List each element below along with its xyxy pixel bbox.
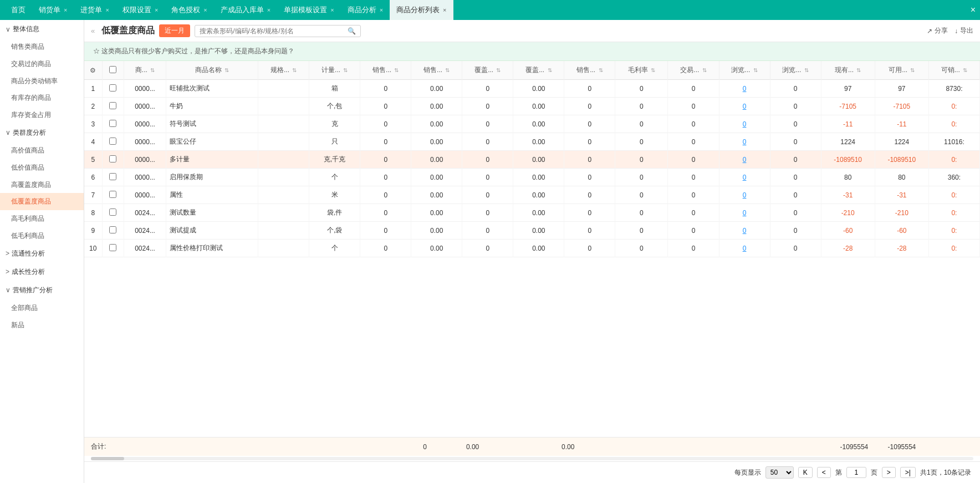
sidebar-section-growth[interactable]: > 成长性分析 bbox=[0, 263, 84, 281]
sidebar-item-new-products[interactable]: 新品 bbox=[0, 317, 84, 334]
nav-sales-order[interactable]: 销货单 × bbox=[32, 0, 74, 20]
td-browse1[interactable]: 0 bbox=[719, 151, 770, 169]
th-transaction[interactable]: 交易... ⇅ bbox=[668, 61, 719, 80]
td-cov1: 0 bbox=[462, 204, 513, 222]
th-name[interactable]: 商品名称 ⇅ bbox=[166, 61, 258, 80]
nav-permission-settings[interactable]: 权限设置 × bbox=[116, 0, 165, 20]
row-checkbox[interactable] bbox=[109, 155, 116, 162]
th-browse2[interactable]: 浏览... ⇅ bbox=[770, 61, 821, 80]
th-sellable[interactable]: 可销... ⇅ bbox=[928, 61, 979, 80]
row-checkbox[interactable] bbox=[109, 191, 116, 198]
sidebar-item-traded-products[interactable]: 交易过的商品 bbox=[0, 55, 84, 73]
horizontal-scrollbar[interactable] bbox=[84, 456, 980, 461]
first-page-button[interactable]: K bbox=[798, 467, 813, 478]
sidebar-section-cluster[interactable]: ∨ 类群度分析 bbox=[0, 124, 84, 142]
row-checkbox[interactable] bbox=[109, 173, 116, 180]
nav-home[interactable]: 首页 bbox=[4, 0, 32, 20]
nav-finished-goods[interactable]: 产成品入库单 × bbox=[214, 0, 277, 20]
sidebar-item-category-turnover[interactable]: 商品分类动销率 bbox=[0, 73, 84, 90]
nav-product-analysis-list[interactable]: 商品分析列表 × bbox=[390, 0, 453, 20]
nav-template-settings[interactable]: 单据模板设置 × bbox=[277, 0, 340, 20]
th-unit[interactable]: 计量... ⇅ bbox=[309, 61, 360, 80]
sidebar-section-liquidity[interactable]: > 流通性分析 bbox=[0, 245, 84, 263]
close-icon[interactable]: × bbox=[330, 7, 334, 13]
th-code[interactable]: 商... ⇅ bbox=[124, 61, 166, 80]
select-all-checkbox[interactable] bbox=[109, 66, 116, 73]
last-page-button[interactable]: >| bbox=[900, 467, 916, 478]
td-checkbox[interactable] bbox=[102, 240, 124, 257]
td-browse1[interactable]: 0 bbox=[719, 169, 770, 186]
sidebar-item-sales-products[interactable]: 销售类商品 bbox=[0, 38, 84, 55]
close-icon[interactable]: × bbox=[155, 7, 158, 13]
close-icon[interactable]: × bbox=[105, 7, 109, 13]
search-input[interactable] bbox=[200, 27, 348, 35]
th-coverage1[interactable]: 覆盖... ⇅ bbox=[462, 61, 513, 80]
close-icon[interactable]: × bbox=[380, 7, 383, 13]
th-spec[interactable]: 规格... ⇅ bbox=[258, 61, 309, 80]
td-checkbox[interactable] bbox=[102, 151, 124, 169]
th-sales3[interactable]: 销售... ⇅ bbox=[564, 61, 615, 80]
row-checkbox[interactable] bbox=[109, 209, 116, 216]
sidebar-section-overall[interactable]: ∨ 整体信息 bbox=[0, 20, 84, 38]
row-checkbox[interactable] bbox=[109, 244, 116, 251]
td-browse1[interactable]: 0 bbox=[719, 204, 770, 222]
page-number-input[interactable] bbox=[846, 467, 866, 478]
td-browse1[interactable]: 0 bbox=[719, 115, 770, 133]
td-browse1[interactable]: 0 bbox=[719, 222, 770, 240]
nav-role-auth[interactable]: 角色授权 × bbox=[165, 0, 213, 20]
th-current-stock[interactable]: 现有... ⇅ bbox=[821, 61, 875, 80]
sidebar-collapse-button[interactable]: « bbox=[91, 27, 95, 35]
close-icon[interactable]: × bbox=[443, 7, 446, 13]
th-settings[interactable]: ⚙ bbox=[84, 61, 102, 80]
th-sales-amt[interactable]: 销售... ⇅ bbox=[411, 61, 462, 80]
export-button[interactable]: ↓ 导出 bbox=[955, 26, 973, 35]
td-browse1[interactable]: 0 bbox=[719, 240, 770, 257]
th-coverage2[interactable]: 覆盖... ⇅ bbox=[513, 61, 564, 80]
td-checkbox[interactable] bbox=[102, 222, 124, 240]
prev-page-button[interactable]: < bbox=[817, 467, 831, 478]
nav-product-analysis[interactable]: 商品分析 × bbox=[341, 0, 390, 20]
td-checkbox[interactable] bbox=[102, 98, 124, 115]
sidebar-item-high-coverage[interactable]: 高覆盖度商品 bbox=[0, 176, 84, 194]
td-checkbox[interactable] bbox=[102, 204, 124, 222]
th-browse1[interactable]: 浏览... ⇅ bbox=[719, 61, 770, 80]
nav-purchase-order[interactable]: 进货单 × bbox=[74, 0, 115, 20]
row-checkbox[interactable] bbox=[109, 120, 116, 127]
sidebar-item-inventory-capital[interactable]: 库存资金占用 bbox=[0, 106, 84, 124]
close-all-tabs-button[interactable]: × bbox=[971, 5, 976, 15]
td-checkbox[interactable] bbox=[102, 115, 124, 133]
sidebar-item-low-margin[interactable]: 低毛利商品 bbox=[0, 227, 84, 245]
th-gross-margin[interactable]: 毛利率 ⇅ bbox=[615, 61, 668, 80]
td-browse1[interactable]: 0 bbox=[719, 98, 770, 115]
next-page-button[interactable]: > bbox=[882, 467, 896, 478]
sidebar-item-high-margin[interactable]: 高毛利商品 bbox=[0, 210, 84, 227]
row-checkbox[interactable] bbox=[109, 226, 116, 233]
table-wrapper[interactable]: ⚙ 商... ⇅ 商品名称 ⇅ 规格... ⇅ 计量... ⇅ 销售... ⇅ … bbox=[84, 61, 980, 437]
td-checkbox[interactable] bbox=[102, 80, 124, 98]
sidebar-item-all-products[interactable]: 全部商品 bbox=[0, 299, 84, 317]
close-icon[interactable]: × bbox=[64, 7, 67, 13]
th-sales-qty[interactable]: 销售... ⇅ bbox=[360, 61, 411, 80]
row-checkbox[interactable] bbox=[109, 102, 116, 109]
td-browse1[interactable]: 0 bbox=[719, 186, 770, 204]
sidebar-item-low-value[interactable]: 低价值商品 bbox=[0, 159, 84, 176]
td-browse1[interactable]: 0 bbox=[719, 80, 770, 98]
row-checkbox[interactable] bbox=[109, 84, 116, 91]
td-checkbox[interactable] bbox=[102, 186, 124, 204]
share-button[interactable]: ↗ 分享 bbox=[927, 26, 948, 35]
close-icon[interactable]: × bbox=[267, 7, 270, 13]
td-checkbox[interactable] bbox=[102, 169, 124, 186]
sidebar-item-stocked-products[interactable]: 有库存的商品 bbox=[0, 89, 84, 106]
row-checkbox[interactable] bbox=[109, 138, 116, 145]
th-available[interactable]: 可用... ⇅ bbox=[875, 61, 928, 80]
td-checkbox[interactable] bbox=[102, 133, 124, 151]
per-page-select[interactable]: 50 20 100 bbox=[765, 466, 794, 479]
time-filter-button[interactable]: 近一月 bbox=[159, 24, 190, 37]
sidebar-item-high-value[interactable]: 高价值商品 bbox=[0, 142, 84, 159]
td-browse1[interactable]: 0 bbox=[719, 133, 770, 151]
th-checkbox[interactable] bbox=[102, 61, 124, 80]
search-icon[interactable]: 🔍 bbox=[348, 27, 356, 35]
close-icon[interactable]: × bbox=[203, 7, 207, 13]
sidebar-section-marketing[interactable]: ∨ 营销推广分析 bbox=[0, 281, 84, 299]
sidebar-item-low-coverage[interactable]: 低覆盖度商品 bbox=[0, 193, 84, 210]
